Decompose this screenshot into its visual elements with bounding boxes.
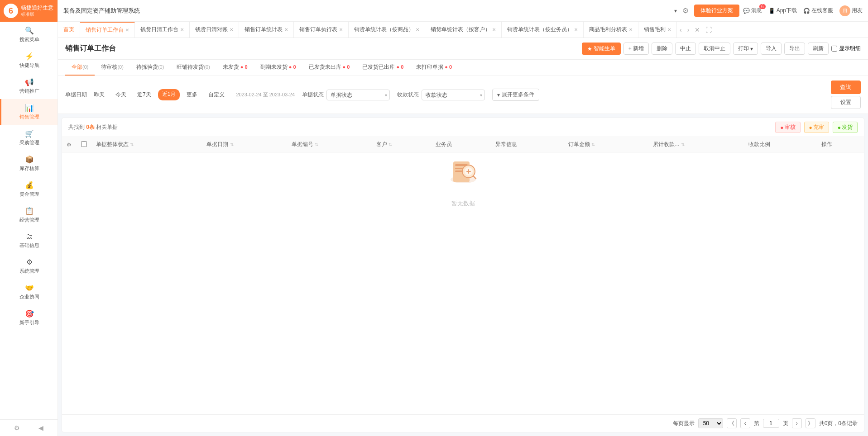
subtab-all[interactable]: 全部(0) — [65, 60, 95, 76]
page-number-input[interactable] — [763, 419, 779, 428]
sidebar-item-sales[interactable]: 📊 销售管理 — [0, 99, 58, 125]
tab-prev[interactable]: ‹ — [677, 26, 685, 33]
empty-text: 暂无数据 — [451, 199, 475, 208]
tab-sales-by-product[interactable]: 销货单统计表（按商品） ✕ — [349, 22, 425, 38]
ship-btn[interactable]: ● 发货 — [833, 122, 858, 133]
page-next-btn[interactable]: › — [792, 418, 802, 428]
industry-btn[interactable]: 体验行业方案 — [694, 5, 739, 17]
subtab-shipped-not-out[interactable]: 已发货未出库 ● 0 — [302, 60, 356, 76]
sidebar-item-system[interactable]: ⚙ 系统管理 — [0, 253, 58, 279]
tab-order-stats[interactable]: 销售订单统计表 ✕ — [239, 22, 294, 38]
subtab-not-printed[interactable]: 未打印单据 ● 0 — [410, 60, 458, 76]
page-last-btn[interactable]: 》 — [806, 418, 815, 428]
system-dropdown[interactable]: ▾ — [674, 8, 677, 14]
query-btn[interactable]: 查询 — [831, 81, 861, 94]
tab-home[interactable]: 首页 — [58, 22, 80, 38]
tab-order-exec[interactable]: 销售订单执行表 ✕ — [294, 22, 349, 38]
show-detail-label[interactable]: 显示明细 — [831, 45, 861, 52]
settings-icon[interactable]: ⚙ — [67, 142, 72, 148]
btn-today[interactable]: 今天 — [111, 89, 130, 100]
tab-close-by-staff[interactable]: ✕ — [574, 27, 578, 32]
sidebar-item-basic[interactable]: 🗂 基础信息 — [0, 228, 58, 253]
tab-sales-workbench[interactable]: 销售订单工作台 ✕ — [80, 22, 135, 38]
subtab-pending-review[interactable]: 待审核(0) — [95, 60, 129, 76]
sidebar-item-quicknav[interactable]: ⚡ 快捷导航 — [0, 47, 58, 73]
tab-close-reconciliation[interactable]: ✕ — [230, 27, 233, 32]
print-btn[interactable]: 打印 ▾ — [733, 43, 758, 55]
sort-collected[interactable]: ⇅ — [681, 142, 685, 147]
tab-close-gross-margin[interactable]: ✕ — [629, 27, 633, 32]
tab-close-all[interactable]: ✕ — [692, 26, 703, 33]
tab-close-sales-profit[interactable]: ✕ — [667, 27, 671, 32]
add-btn[interactable]: + 新增 — [623, 43, 649, 55]
tab-close-by-customer[interactable]: ✕ — [492, 27, 496, 32]
filter-settings-btn[interactable]: 设置 — [831, 96, 861, 109]
subtab-wangpu[interactable]: 旺铺待发货(0) — [170, 60, 216, 76]
payment-select[interactable]: 收款状态 — [422, 90, 485, 100]
cancel-stop-btn[interactable]: 取消中止 — [699, 43, 730, 55]
sidebar-item-collab[interactable]: 🤝 企业协同 — [0, 279, 58, 305]
online-service-btn[interactable]: 🎧 在线客服 — [803, 7, 833, 14]
tab-sales-profit[interactable]: 销售毛利 ✕ — [638, 22, 677, 38]
subtab-overdue-not-shipped[interactable]: 到期未发货 ● 0 — [254, 60, 302, 76]
sidebar-item-inventory[interactable]: 📦 库存核算 — [0, 151, 58, 176]
tab-close-daily-clear[interactable]: ✕ — [180, 27, 184, 32]
status-select[interactable]: 单据状态 — [326, 90, 390, 100]
user-menu[interactable]: 用 用友 — [839, 5, 863, 16]
show-detail-checkbox[interactable] — [831, 46, 837, 52]
sort-customer[interactable]: ⇅ — [388, 142, 392, 147]
sort-date[interactable]: ⇅ — [230, 142, 234, 147]
tabbar: 首页 销售订单工作台 ✕ 钱货日清工作台 ✕ 钱货日清对账 ✕ 销售订单统计表 … — [58, 22, 868, 38]
collapse-icon[interactable]: ◀ — [38, 424, 43, 431]
orders-table: ⚙ 单据整体状态 ⇅ 单据日期 ⇅ — [62, 137, 864, 152]
tab-close-order-stats[interactable]: ✕ — [284, 27, 288, 32]
col-status: 单据整体状态 ⇅ — [91, 137, 202, 152]
page-prev-btn[interactable]: ‹ — [740, 418, 750, 428]
btn-custom[interactable]: 自定义 — [204, 89, 229, 100]
sort-status[interactable]: ⇅ — [130, 142, 134, 147]
tab-reconciliation[interactable]: 钱货日清对账 ✕ — [190, 22, 239, 38]
import-btn[interactable]: 导入 — [761, 43, 782, 55]
tab-sales-by-staff[interactable]: 销货单统计表（按业务员） ✕ — [502, 22, 584, 38]
app-download-btn[interactable]: 📱 App下载 — [768, 7, 797, 14]
tab-next[interactable]: › — [685, 26, 692, 33]
sidebar-item-purchase[interactable]: 🛒 采购管理 — [0, 125, 58, 151]
message-btn[interactable]: 💬 消息 6 — [743, 7, 762, 14]
tab-sales-by-customer[interactable]: 销货单统计表（按客户） ✕ — [425, 22, 502, 38]
page-first-btn[interactable]: 《 — [727, 418, 737, 428]
tab-maximize[interactable]: ⛶ — [703, 26, 715, 33]
refresh-btn[interactable]: 刷新 — [808, 43, 829, 55]
export-btn[interactable]: 导出 — [784, 43, 805, 55]
table-area: 共找到 0条 相关单据 ● 审核 ● 充审 ● 发货 — [62, 118, 864, 432]
page-size-select[interactable]: 50 100 200 — [698, 418, 723, 428]
sidebar-item-finance[interactable]: 💰 资金管理 — [0, 176, 58, 202]
expand-filter-btn[interactable]: ▾ 展开更多条件 — [492, 89, 539, 101]
topbar-settings-icon[interactable]: ⚙ — [681, 5, 691, 17]
review-btn[interactable]: ● 审核 — [775, 122, 800, 133]
delete-btn[interactable]: 删除 — [652, 43, 672, 55]
subtab-not-shipped[interactable]: 未发货 ● 0 — [216, 60, 254, 76]
subtab-shipped-out[interactable]: 已发货已出库 ● 0 — [356, 60, 410, 76]
btn-yesterday[interactable]: 昨天 — [90, 89, 109, 100]
btn-1month[interactable]: 近1月 — [158, 89, 180, 100]
select-all-checkbox[interactable] — [81, 141, 87, 147]
tab-close-order-exec[interactable]: ✕ — [339, 27, 343, 32]
subtab-pending-pick[interactable]: 待拣验货(0) — [130, 60, 170, 76]
settings-bottom-icon[interactable]: ⚙ — [14, 424, 20, 431]
tab-close-by-product[interactable]: ✕ — [416, 27, 419, 32]
sidebar-item-search[interactable]: 🔍 搜索菜单 — [0, 22, 58, 47]
tab-close-sales-workbench[interactable]: ✕ — [125, 28, 129, 33]
tab-daily-clear[interactable]: 钱货日清工作台 ✕ — [135, 22, 190, 38]
sidebar-item-guide[interactable]: 🎯 新手引导 — [0, 305, 58, 331]
sort-amount[interactable]: ⇅ — [591, 142, 595, 147]
sort-number[interactable]: ⇅ — [315, 142, 318, 147]
stop-btn[interactable]: 中止 — [675, 43, 696, 55]
tab-gross-margin[interactable]: 商品毛利分析表 ✕ — [584, 22, 638, 38]
btn-7days[interactable]: 近7天 — [133, 89, 155, 100]
btn-more[interactable]: 更多 — [182, 89, 201, 100]
cancel-review-btn[interactable]: ● 充审 — [804, 122, 829, 133]
smart-generate-btn[interactable]: ★ 智能生单 — [582, 43, 621, 55]
sidebar-item-marketing[interactable]: 📢 营销推广 — [0, 73, 58, 99]
col-settings: ⚙ — [62, 137, 77, 152]
sidebar-item-operations[interactable]: 📋 经营管理 — [0, 202, 58, 228]
